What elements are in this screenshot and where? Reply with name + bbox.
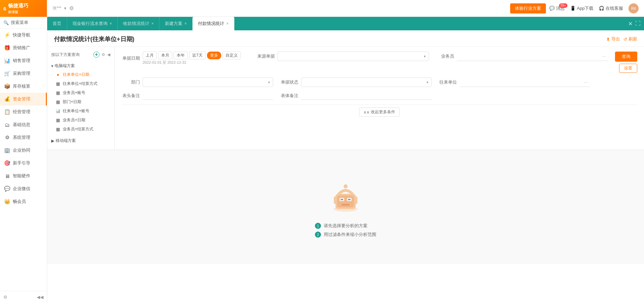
scheme-gear-btn[interactable]: ⚙	[101, 52, 105, 57]
sidebar-item-quick-nav[interactable]: ⚡快捷导航	[0, 29, 47, 41]
date-btn-more[interactable]: 更多	[207, 52, 221, 59]
sidebar-item-purchase[interactable]: 🛒采购管理	[0, 67, 47, 80]
tab-bank-flow-label: 现金银行流水查询	[72, 21, 108, 27]
tab-bank-flow[interactable]: 现金银行流水查询 ×	[67, 17, 118, 30]
sidebar-item-enterprise[interactable]: 🏢企业协同	[0, 144, 47, 157]
empty-tip-2: 2 用过滤条件来缩小分析范围	[315, 232, 376, 238]
header: 张*** ▾ ⚙ 体验行业方案 💬 消息 99+ 📱 App下载 🎧 在线客服 …	[47, 0, 644, 17]
results-area: 1 请先选择要分析的方案 2 用过滤条件来缩小分析范围	[47, 150, 644, 264]
date-btn-7days[interactable]: 近7天	[189, 52, 206, 59]
sidebar-item-system[interactable]: ⚙系统管理	[0, 131, 47, 144]
tip-text-1: 请先选择要分析的方案	[324, 223, 368, 229]
nav-label-wechat: 企业微信	[13, 186, 30, 192]
scheme-item-dept-date[interactable]: ▦ 部门+日期	[47, 97, 114, 107]
scheme-item-salesman-settle[interactable]: ▦ 业务员+结算方式	[47, 125, 114, 134]
scheme-collapse-btn[interactable]: ◀	[107, 52, 110, 57]
nav-icon-member: 👑	[4, 199, 10, 205]
date-btn-custom[interactable]: 自定义	[223, 52, 241, 59]
empty-tip-1: 1 请先选择要分析的方案	[315, 223, 376, 229]
svg-rect-6	[348, 199, 351, 200]
service-label: 在线客服	[606, 5, 623, 11]
section-mobile-arrow: ▶	[51, 139, 54, 143]
nav-icon-wechat: 💬	[4, 186, 10, 192]
nav-label-guide: 新手引导	[13, 160, 30, 166]
scheme-item-icon-6: ▦	[55, 127, 61, 132]
voucher-status-select[interactable]: ▾	[301, 78, 432, 87]
trial-btn[interactable]: 体验行业方案	[510, 3, 546, 13]
tab-payment-stats-close[interactable]: ×	[226, 21, 229, 26]
tab-bank-flow-close[interactable]: ×	[110, 21, 112, 26]
nav-label-inventory: 库存核算	[13, 83, 30, 89]
export-label: 导出	[611, 36, 620, 42]
dropdown-arrow[interactable]: ▾	[64, 6, 66, 11]
scheme-panel-title: 按以下方案查询	[51, 52, 80, 58]
sidebar-item-sales[interactable]: 📊销售管理	[0, 54, 47, 67]
svg-rect-8	[334, 196, 336, 204]
app-download-btn[interactable]: 📱 App下载	[570, 5, 593, 11]
scheme-item-icon-3: ▦	[55, 99, 61, 105]
scheme-item-label-6: 业务员+结算方式	[63, 126, 93, 132]
tab-new-scheme[interactable]: 新建方案 ×	[159, 17, 193, 30]
header-gear[interactable]: ⚙	[69, 5, 74, 11]
sidebar-item-guide[interactable]: 🎯新手引导	[0, 157, 47, 170]
sidebar-item-inventory[interactable]: 📦库存核算	[0, 80, 47, 93]
tab-payment-stats[interactable]: 付款情况统计 ×	[193, 17, 234, 30]
collapse-icon[interactable]: ◀◀	[37, 295, 43, 300]
scheme-section-desktop-title[interactable]: ▾ 电脑端方案	[47, 62, 114, 70]
tab-fullscreen[interactable]: ⛶	[635, 21, 641, 27]
scheme-item-partner-account[interactable]: 📊 往来单位+账号	[47, 107, 114, 116]
tab-home-label: 首页	[53, 21, 61, 27]
refresh-btn[interactable]: ↺ 刷新	[623, 36, 637, 42]
table-body-input[interactable]	[301, 92, 432, 100]
sidebar-item-marketing[interactable]: 🎁营销推广	[0, 41, 47, 54]
scheme-item-label-1: 往来单位+结算方式	[63, 81, 97, 87]
empty-svg	[325, 177, 366, 217]
scheme-item-salesman-account[interactable]: ▦ 业务员+账号	[47, 88, 114, 97]
voucher-status-field: 单据状态 ▾	[280, 78, 432, 87]
query-btn[interactable]: 查询	[615, 52, 637, 62]
message-btn[interactable]: 💬 消息 99+	[549, 5, 565, 11]
sidebar-item-operations[interactable]: 📋经营管理	[0, 105, 47, 118]
tab-receipt-stats-close[interactable]: ×	[151, 21, 154, 26]
source-select-arrow: ▾	[424, 54, 426, 59]
date-btn-last-month[interactable]: 上月	[143, 52, 157, 59]
scheme-add-btn[interactable]: +	[93, 52, 99, 58]
scheme-item-salesman-date[interactable]: ▦ 业务员+日期	[47, 116, 114, 125]
sidebar-item-member[interactable]: 👑畅会员	[0, 195, 47, 208]
tab-close-all[interactable]: ✕	[628, 21, 633, 27]
collapse-icon: ∧∧	[363, 110, 370, 115]
source-field: 来源单据 ▾	[256, 52, 429, 61]
export-btn[interactable]: ⬆ 导出	[606, 36, 620, 42]
partner-select[interactable]: ···	[460, 78, 590, 87]
empty-state: 1 请先选择要分析的方案 2 用过滤条件来缩小分析范围	[308, 157, 383, 258]
tab-receipt-stats-label: 收款情况统计	[123, 21, 149, 27]
tab-home[interactable]: 首页	[47, 17, 67, 30]
sidebar-item-wechat[interactable]: 💬企业微信	[0, 182, 47, 195]
tab-receipt-stats[interactable]: 收款情况统计 ×	[118, 17, 159, 30]
dept-select[interactable]: ▾	[143, 78, 273, 87]
date-btn-this-month[interactable]: 本月	[158, 52, 172, 59]
partner-dots: ···	[584, 80, 587, 84]
collapse-btn[interactable]: ∧∧ 收起更多条件	[359, 108, 400, 117]
voucher-status-arrow: ▾	[427, 80, 429, 85]
service-btn[interactable]: 🎧 在线客服	[599, 5, 623, 11]
sidebar-item-basic[interactable]: 🗂基础信息	[0, 118, 47, 131]
settings-btn[interactable]: 设置	[619, 64, 637, 73]
salesman-select[interactable]: ···	[457, 52, 608, 61]
sidebar-item-finance[interactable]: 💰资金管理	[0, 93, 47, 105]
sidebar-bottom: ⚙ ◀◀	[0, 291, 47, 303]
table-header-input[interactable]	[143, 92, 273, 100]
scheme-item-partner-settle[interactable]: ▦ 往来单位+结算方式	[47, 79, 114, 88]
filter-row-1: 单据日期 上月 本月 本年 近7天 更多 自定义 2022-01-01 至 20…	[121, 52, 637, 73]
tab-new-scheme-close[interactable]: ×	[184, 21, 187, 26]
scheme-item-partner-date[interactable]: ● 往来单位+日期	[47, 70, 114, 79]
nav-icon-basic: 🗂	[4, 122, 10, 128]
date-btn-this-year[interactable]: 本年	[174, 52, 188, 59]
search-menu[interactable]: 🔍 搜索菜单	[0, 17, 47, 29]
avatar[interactable]: Rit	[628, 3, 639, 13]
search-icon: 🔍	[3, 20, 9, 25]
settings-icon[interactable]: ⚙	[3, 295, 7, 300]
source-select[interactable]: ▾	[277, 52, 429, 61]
scheme-section-mobile-title[interactable]: ▶ 移动端方案	[47, 137, 114, 145]
sidebar-item-hardware[interactable]: 🖥智能硬件	[0, 170, 47, 182]
